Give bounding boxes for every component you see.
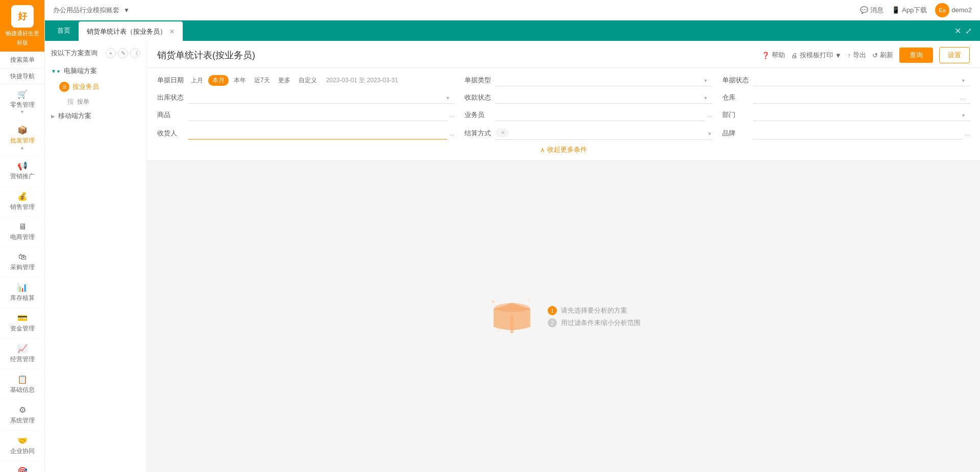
app-download-btn[interactable]: 📱 App下载 <box>892 6 927 15</box>
doc-type-select[interactable] <box>495 74 712 86</box>
doc-status-select[interactable] <box>753 74 970 86</box>
sidebar-item-basic[interactable]: 📋 基础信息 <box>0 369 44 400</box>
tab-home[interactable]: 首页 <box>49 20 79 41</box>
sidebar-item-retail[interactable]: 🛒 零售管理 ▼ <box>0 84 44 120</box>
filter-consignee-field: 收货人 ... <box>157 127 454 139</box>
template-print-icon: 🖨 <box>791 52 798 59</box>
sidebar-item-ecommerce-label: 电商管理 <box>10 233 35 242</box>
sidebar-item-system-label: 系统管理 <box>10 416 35 425</box>
logo-icon: 好 <box>11 5 34 28</box>
sidebar-item-enterprise[interactable]: 🤝 企业协同 <box>0 431 44 461</box>
warehouse-more[interactable]: ... <box>961 94 966 101</box>
dept-select[interactable] <box>753 109 970 121</box>
data-area: ✦ ✦ ✦ 1 请先选择要分析的方案 2 <box>147 161 980 472</box>
filter-goods-field: 商品 ... <box>157 109 454 121</box>
scheme-desktop[interactable]: ▼ 电脑端方案 <box>45 63 146 79</box>
scheme-by-order[interactable]: 按 按单 <box>45 95 146 108</box>
scheme-by-order-label: 按单 <box>77 98 89 106</box>
goods-more[interactable]: ... <box>449 111 454 119</box>
query-btn[interactable]: 查询 <box>899 48 933 63</box>
brand-label: 品牌 <box>722 129 753 138</box>
date-tab-custom[interactable]: 自定义 <box>296 75 320 86</box>
filter-receive-status-field: 收款状态 <box>464 91 712 104</box>
date-tab-more[interactable]: 更多 <box>275 75 293 86</box>
empty-hint-2: 2 用过滤条件来缩小分析范围 <box>548 318 641 327</box>
sidebar: 好 畅捷通好生意 标版 搜索菜单 快捷导航 🛒 零售管理 ▼ 📦 批发管理 ▲ … <box>0 0 45 472</box>
help-btn[interactable]: ❓ 帮助 <box>762 51 785 60</box>
date-tab-7days[interactable]: 近7天 <box>251 75 273 86</box>
svg-text:✦: ✦ <box>491 298 496 305</box>
tab-close-btn[interactable]: ✕ <box>169 28 175 35</box>
warehouse-select[interactable]: ... <box>753 92 970 104</box>
sidebar-item-sales[interactable]: 💰 销售管理 <box>0 186 44 217</box>
sidebar-item-marketing[interactable]: 📢 营销推广 <box>0 156 44 186</box>
date-range: 2023-03-01 至 2023-03-31 <box>326 76 398 85</box>
date-tab-last-month[interactable]: 上月 <box>188 75 206 86</box>
scheme-mobile[interactable]: ▶ 移动端方案 <box>45 108 146 124</box>
marketing-icon: 📢 <box>17 161 28 171</box>
operations-icon: 📈 <box>17 344 28 353</box>
sidebar-item-finance[interactable]: 💳 资金管理 <box>0 308 44 339</box>
empty-svg: ✦ ✦ ✦ <box>486 291 537 342</box>
message-btn[interactable]: 💬 消息 <box>860 6 884 15</box>
sales-icon: 💰 <box>17 192 28 201</box>
tab-actions: ✕ ⤢ <box>954 26 976 36</box>
filter-doc-type-field: 单据类型 <box>464 74 712 86</box>
sidebar-item-finance-label: 资金管理 <box>10 324 35 333</box>
refresh-btn[interactable]: ↺ 刷新 <box>872 51 893 60</box>
date-group: 上月 本月 本年 近7天 更多 自定义 2023-03-01 至 2023-03… <box>188 75 454 86</box>
brand-input[interactable] <box>753 127 963 139</box>
staff-more[interactable]: ... <box>707 111 712 119</box>
date-label: 单据日期 <box>157 76 188 85</box>
sidebar-item-inventory[interactable]: 📊 库存核算 <box>0 277 44 308</box>
sidebar-item-system[interactable]: ⚙ 系统管理 <box>0 400 44 431</box>
filter-row-2: 出库状态 收款状态 仓库 <box>157 91 970 104</box>
desktop-arrow: ▼ <box>51 68 61 74</box>
topbar-dropdown-arrow[interactable]: ▼ <box>124 7 130 14</box>
settlement-arrow[interactable] <box>707 129 712 137</box>
out-status-select[interactable] <box>188 91 454 104</box>
retail-arrow: ▼ <box>20 109 24 114</box>
main-area: 办公用品行业模拟账套 ▼ 💬 消息 📱 App下载 Ea demo2 首页 <box>45 0 980 472</box>
doc-type-label: 单据类型 <box>464 76 495 85</box>
sidebar-item-newbie[interactable]: 🎯 新手引导 <box>0 461 44 472</box>
out-status-label: 出库状态 <box>157 93 188 102</box>
export-btn[interactable]: ↑ 导出 <box>848 51 867 60</box>
brand-more[interactable]: ... <box>965 130 970 137</box>
left-panel-collapse-btn[interactable]: 《 <box>130 48 140 58</box>
sidebar-item-purchase[interactable]: 🛍 采购管理 <box>0 247 44 277</box>
left-panel-add-btn[interactable]: + <box>106 48 116 58</box>
date-tab-this-year[interactable]: 本年 <box>231 75 249 86</box>
staff-input[interactable] <box>495 109 705 121</box>
sidebar-item-operations[interactable]: 📈 经营管理 <box>0 339 44 369</box>
collapse-btn[interactable]: ∧ 收起更多条件 <box>157 145 970 154</box>
template-print-btn[interactable]: 🖨 按模板打印 ▼ <box>791 51 842 60</box>
user-menu[interactable]: Ea demo2 <box>935 3 972 17</box>
left-panel-edit-btn[interactable]: ✎ <box>118 48 128 58</box>
doc-type-arrow <box>703 76 708 84</box>
tab-sales-report[interactable]: 销货单统计表（按业务员） ✕ <box>79 21 183 42</box>
sidebar-logo: 好 畅捷通好生意 标版 <box>0 0 44 52</box>
sidebar-item-wholesale[interactable]: 📦 批发管理 ▲ <box>0 120 44 156</box>
hint-num-1: 1 <box>548 306 557 315</box>
filter-row-1: 单据日期 上月 本月 本年 近7天 更多 自定义 2023-03-01 至 20… <box>157 74 970 86</box>
left-panel-header: 按以下方案查询 + ✎ 《 <box>45 45 146 61</box>
date-tab-this-month[interactable]: 本月 <box>208 75 229 86</box>
tab-close-all-btn[interactable]: ✕ <box>954 26 961 36</box>
sidebar-search[interactable]: 搜索菜单 <box>0 52 44 69</box>
warehouse-label: 仓库 <box>722 93 753 102</box>
tab-expand-btn[interactable]: ⤢ <box>965 26 972 36</box>
sidebar-menu: 🛒 零售管理 ▼ 📦 批发管理 ▲ 📢 营销推广 💰 销售管理 🖥 电商管理 🛍… <box>0 84 44 472</box>
export-icon: ↑ <box>848 52 851 59</box>
settlement-tag-close[interactable]: × <box>501 129 505 136</box>
settings-btn[interactable]: 设置 <box>939 47 970 63</box>
consignee-input[interactable] <box>188 127 447 139</box>
receive-status-select[interactable] <box>495 91 712 104</box>
filter-warehouse-field: 仓库 ... <box>722 92 970 104</box>
sidebar-item-ecommerce[interactable]: 🖥 电商管理 <box>0 217 44 247</box>
goods-input[interactable] <box>188 109 447 121</box>
scheme-by-staff[interactable]: 业 按业务员 <box>45 79 146 95</box>
wholesale-icon: 📦 <box>17 125 28 135</box>
sidebar-quick-nav[interactable]: 快捷导航 <box>0 69 44 84</box>
consignee-more[interactable]: ... <box>449 130 454 137</box>
